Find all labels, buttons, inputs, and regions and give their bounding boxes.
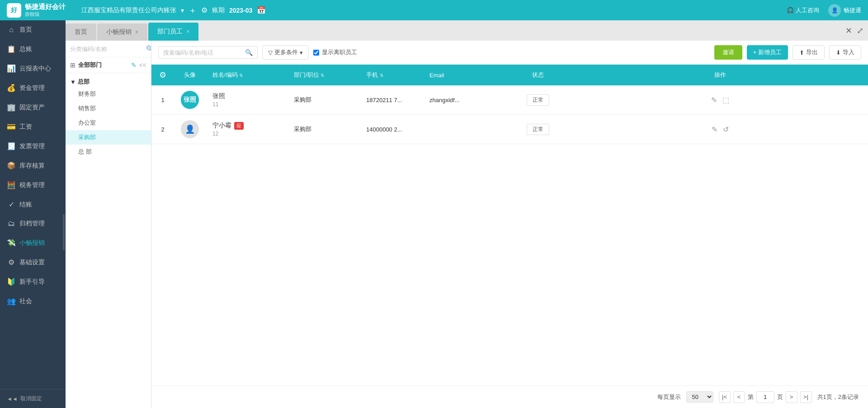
inner-layout: 🔍 ⊞ 全部部门 ✎ << ▼ 总部 财务部 销售部 <box>66 41 868 408</box>
employee-search-icon[interactable]: 🔍 <box>245 49 253 56</box>
tax-icon: 🧮 <box>7 181 16 189</box>
dept-item-purchase[interactable]: 采购部 <box>66 130 151 145</box>
employee-search-box: 🔍 <box>158 46 258 59</box>
invoice-icon: 🧾 <box>7 142 16 150</box>
phone-sort-icon: ⇅ <box>380 73 383 78</box>
main-panel: 🔍 ▽ 更多条件 ▾ 显示离职员工 邀请 + <box>151 41 868 408</box>
col-header-email: Email <box>423 65 504 85</box>
logout-employee-1-button[interactable]: ⬚ <box>722 96 729 104</box>
period-label: 账期 <box>212 6 225 14</box>
row-dept-2: 采购部 <box>287 115 359 144</box>
tab-home[interactable]: 首页 <box>66 23 96 41</box>
settings-icon[interactable]: ⚙ <box>201 6 208 14</box>
dept-header-grid-icon: ⊞ <box>70 61 75 69</box>
sidebar-item-basic[interactable]: ⚙ 基础设置 <box>0 253 66 272</box>
sidebar-item-home[interactable]: ⌂ 首页 <box>0 20 66 39</box>
col-header-name[interactable]: 姓名/编码 ⇅ <box>206 65 287 85</box>
dept-edit-button[interactable]: ✎ <box>131 61 137 69</box>
dept-search-icon[interactable]: 🔍 <box>146 45 151 52</box>
sidebar-item-salary[interactable]: 💳 工资 <box>0 117 66 136</box>
export-button[interactable]: ⬆ 导出 <box>793 45 825 60</box>
dept-header-title: 全部部门 <box>78 61 128 69</box>
tab-employees[interactable]: 部门员工 × <box>148 23 198 41</box>
sidebar-item-expense[interactable]: 💸 小畅报销 <box>0 233 66 253</box>
sidebar-item-ledger[interactable]: 📋 总账 <box>0 39 66 59</box>
page-nav: |< < 第 页 > >| <box>719 391 812 403</box>
employee-search-input[interactable] <box>163 49 242 56</box>
action-btns-2: ✎ ↺ <box>579 125 861 134</box>
show-resigned-text: 显示离职员工 <box>322 48 357 56</box>
per-page-select[interactable]: 50 100 200 <box>686 391 713 403</box>
import-button[interactable]: ⬇ 导入 <box>829 45 861 60</box>
dept-item-headquarters[interactable]: 总 部 <box>66 145 151 159</box>
row-action-2: ✎ ↺ <box>572 115 868 144</box>
calendar-icon[interactable]: 📅 <box>257 6 266 14</box>
dept-item-sales[interactable]: 销售部 <box>66 101 151 116</box>
sidebar-label-invoice: 发票管理 <box>19 142 45 150</box>
page-label: 第 <box>748 393 754 401</box>
add-company-button[interactable]: ＋ <box>189 6 197 14</box>
sidebar-item-inventory[interactable]: 📦 库存核算 <box>0 156 66 175</box>
tab-expense[interactable]: 小畅报销 × <box>97 23 147 41</box>
company-dropdown-button[interactable]: ▾ <box>181 7 184 14</box>
dept-group-label: ▼ 总部 <box>66 75 151 87</box>
dept-collapse-button[interactable]: << <box>139 61 146 69</box>
tab-employees-close[interactable]: × <box>186 28 189 35</box>
export-label: 导出 <box>806 48 818 56</box>
sidebar-label-basic: 基础设置 <box>19 258 45 267</box>
sidebar-item-assets[interactable]: 🏢 固定资产 <box>0 98 66 117</box>
col-header-gear: ⚙ <box>151 65 174 85</box>
dept-search-input[interactable] <box>70 46 146 52</box>
table-settings-button[interactable]: ⚙ <box>159 70 166 80</box>
edit-employee-1-button[interactable]: ✎ <box>711 96 717 104</box>
next-page-button[interactable]: > <box>786 391 797 403</box>
show-resigned-label[interactable]: 显示离职员工 <box>313 48 357 56</box>
expand-tab-button[interactable]: ⤢ <box>857 26 863 36</box>
home-icon: ⌂ <box>7 26 16 34</box>
row-email-2 <box>423 115 504 144</box>
page-number-input[interactable] <box>756 391 774 403</box>
tab-expense-label: 小畅报销 <box>106 28 132 36</box>
tab-home-label: 首页 <box>75 28 87 36</box>
reset-employee-2-button[interactable]: ↺ <box>723 125 729 134</box>
row-phone-1: 18720211 7... <box>359 85 423 115</box>
sidebar-item-guide[interactable]: 🔰 新手引导 <box>0 272 66 291</box>
sidebar-item-close[interactable]: ✓ 结账 <box>0 195 66 214</box>
guide-icon: 🔰 <box>7 277 16 286</box>
col-header-phone[interactable]: 手机 ⇅ <box>359 65 423 85</box>
dept-group-name: 总部 <box>78 78 90 86</box>
last-page-button[interactable]: >| <box>800 391 812 403</box>
total-info: 共1页，2条记录 <box>817 393 859 401</box>
sidebar-item-social[interactable]: 👥 社会 <box>0 291 66 311</box>
service-button[interactable]: 🎧 人工咨询 <box>787 6 819 14</box>
sidebar-item-tax[interactable]: 🧮 税务管理 <box>0 175 66 195</box>
add-employee-button[interactable]: + 新增员工 <box>747 45 788 60</box>
sidebar-item-invoice[interactable]: 🧾 发票管理 <box>0 136 66 156</box>
sidebar-item-archive[interactable]: 🗂 归档管理 <box>0 214 66 233</box>
capital-icon: 💰 <box>7 84 16 92</box>
col-header-action: 操作 <box>572 65 868 85</box>
basic-icon: ⚙ <box>7 258 16 267</box>
first-page-button[interactable]: |< <box>719 391 731 403</box>
sidebar-item-reports[interactable]: 📊 云报表中心 <box>0 59 66 78</box>
invite-button[interactable]: 邀请 <box>714 45 742 60</box>
tab-employees-label: 部门员工 <box>157 28 183 36</box>
sidebar-item-capital[interactable]: 💰 资金管理 <box>0 78 66 98</box>
more-filter-button[interactable]: ▽ 更多条件 ▾ <box>262 45 309 60</box>
sidebar-label-ledger: 总账 <box>19 45 32 53</box>
dept-item-finance[interactable]: 财务部 <box>66 87 151 101</box>
show-resigned-checkbox[interactable] <box>313 50 319 56</box>
tab-expense-close[interactable]: × <box>135 29 138 35</box>
close-tab-button[interactable]: ✕ <box>845 26 852 36</box>
import-icon: ⬇ <box>836 49 841 56</box>
user-area[interactable]: 👤 畅捷通 <box>828 4 861 17</box>
dept-item-office[interactable]: 办公室 <box>66 116 151 130</box>
edit-employee-2-button[interactable]: ✎ <box>712 125 717 134</box>
sidebar-label-reports: 云报表中心 <box>19 65 51 73</box>
col-header-dept[interactable]: 部门/职位 ⇅ <box>287 65 359 85</box>
row-num-2: 2 <box>151 115 174 144</box>
unpin-button[interactable]: ◄◄ 取消固定 <box>0 389 66 408</box>
dept-search-area: 🔍 <box>66 41 151 57</box>
sidebar-label-guide: 新手引导 <box>19 278 45 286</box>
prev-page-button[interactable]: < <box>733 391 745 403</box>
